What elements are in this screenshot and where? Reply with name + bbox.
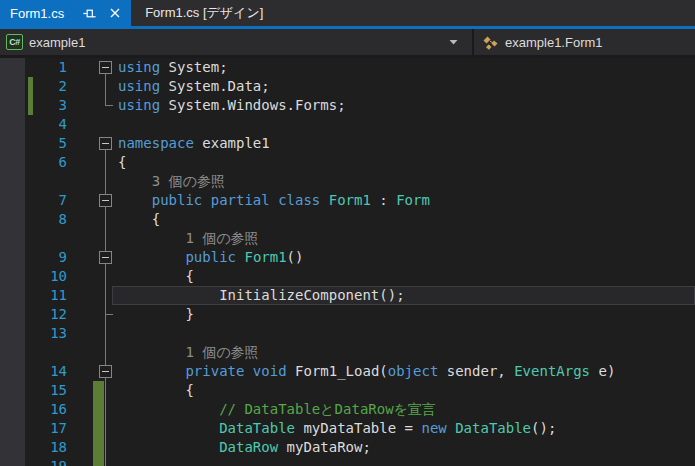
tab-bar: Form1.cs Form1.cs [デザイン] [0,0,695,26]
code-line[interactable]: 14 private void Form1_Load(object sender… [0,362,695,381]
code-line[interactable]: 13 [0,324,695,343]
project-dropdown-label: example1 [29,35,85,50]
tab-form1-cs[interactable]: Form1.cs [0,0,131,26]
code-text: private void Form1_Load(object sender, E… [118,362,615,381]
code-line[interactable]: 11 InitializeComponent(); [0,286,695,305]
line-number: 12 [25,305,67,324]
close-icon[interactable] [109,7,121,19]
code-text: using System; [118,58,228,77]
code-text: { [118,381,194,400]
code-text: InitializeComponent(); [118,286,405,305]
code-line[interactable]: 15 { [0,381,695,400]
type-dropdown[interactable]: example1.Form1 [474,29,695,55]
line-number: 14 [25,362,67,381]
code-text: { [118,267,194,286]
chevron-down-icon[interactable] [449,39,458,45]
code-line[interactable]: 9 public Form1() [0,248,695,267]
tab-form1-cs-design[interactable]: Form1.cs [デザイン] [131,0,277,26]
line-number: 17 [25,419,67,438]
code-line[interactable]: 4 [0,115,695,134]
tab-label: Form1.cs [デザイン] [145,4,263,22]
code-text: using System.Windows.Forms; [118,96,346,115]
line-number: 5 [25,134,67,153]
code-text: { [118,153,126,172]
codelens-line[interactable]: 1 個の参照 [0,343,695,362]
code-line[interactable]: 2using System.Data; [0,77,695,96]
code-area[interactable]: 1using System;2using System.Data;3using … [0,58,695,466]
codelens-references-text: 1 個の参照 [118,343,259,362]
code-line[interactable]: 5namespace example1 [0,134,695,153]
line-number: 6 [25,153,67,172]
minus-icon [102,143,109,144]
change-tracking-bar [93,400,104,419]
line-number: 19 [25,457,67,466]
code-line[interactable]: 16 // DataTableとDataRowを宣言 [0,400,695,419]
vs-editor-window: Form1.cs Form1.cs [デザイン] C# example1 [0,0,695,466]
project-dropdown[interactable]: C# example1 [0,29,472,55]
code-text: { [118,210,160,229]
line-number: 15 [25,381,67,400]
navigation-bar: C# example1 example1.Form1 [0,29,695,55]
code-line[interactable]: 3using System.Windows.Forms; [0,96,695,115]
code-line[interactable]: 19 [0,457,695,466]
code-line[interactable]: 17 DataTable myDataTable = new DataTable… [0,419,695,438]
code-line[interactable]: 8 { [0,210,695,229]
code-text: namespace example1 [118,134,270,153]
code-text: // DataTableとDataRowを宣言 [118,400,436,419]
fold-collapse-toggle[interactable] [99,137,112,150]
line-number: 16 [25,400,67,419]
code-line[interactable]: 6{ [0,153,695,172]
code-line[interactable]: 10 { [0,267,695,286]
type-dropdown-label: example1.Form1 [505,35,603,50]
minus-icon [102,371,109,372]
line-number: 10 [25,267,67,286]
minus-icon [102,257,109,258]
minus-icon [102,67,109,68]
fold-collapse-toggle[interactable] [99,251,112,264]
codelens-references-text: 3 個の参照 [118,172,225,191]
code-text: using System.Data; [118,77,270,96]
change-tracking-bar [28,77,33,96]
change-tracking-bar [93,438,104,457]
code-line[interactable]: 12 } [0,305,695,324]
line-number: 13 [25,324,67,343]
codelens-line[interactable]: 1 個の参照 [0,229,695,248]
code-text: DataTable myDataTable = new DataTable(); [118,419,556,438]
code-text: public Form1() [118,248,303,267]
line-number: 8 [25,210,67,229]
line-number: 9 [25,248,67,267]
codelens-line[interactable]: 3 個の参照 [0,172,695,191]
code-text: } [118,305,194,324]
fold-collapse-toggle[interactable] [99,61,112,74]
code-text: DataRow myDataRow; [118,438,371,457]
code-line[interactable]: 18 DataRow myDataRow; [0,438,695,457]
code-line[interactable]: 7 public partial class Form1 : Form [0,191,695,210]
tab-label: Form1.cs [10,6,64,21]
fold-collapse-toggle[interactable] [99,194,112,207]
code-editor[interactable]: 1using System;2using System.Data;3using … [0,58,695,466]
change-tracking-bar [93,381,104,400]
code-text: public partial class Form1 : Form [118,191,430,210]
csharp-project-icon: C# [6,34,23,50]
fold-collapse-toggle[interactable] [99,365,112,378]
line-number: 1 [25,58,67,77]
line-number: 4 [25,115,67,134]
change-tracking-bar [93,457,104,466]
pin-icon[interactable] [82,6,97,21]
code-line[interactable]: 1using System; [0,58,695,77]
line-number: 7 [25,191,67,210]
change-tracking-bar [28,96,33,115]
line-number: 18 [25,438,67,457]
codelens-references-text: 1 個の参照 [118,229,259,248]
line-number: 11 [25,286,67,305]
change-tracking-bar [93,419,104,438]
class-icon [482,34,499,51]
minus-icon [102,200,109,201]
